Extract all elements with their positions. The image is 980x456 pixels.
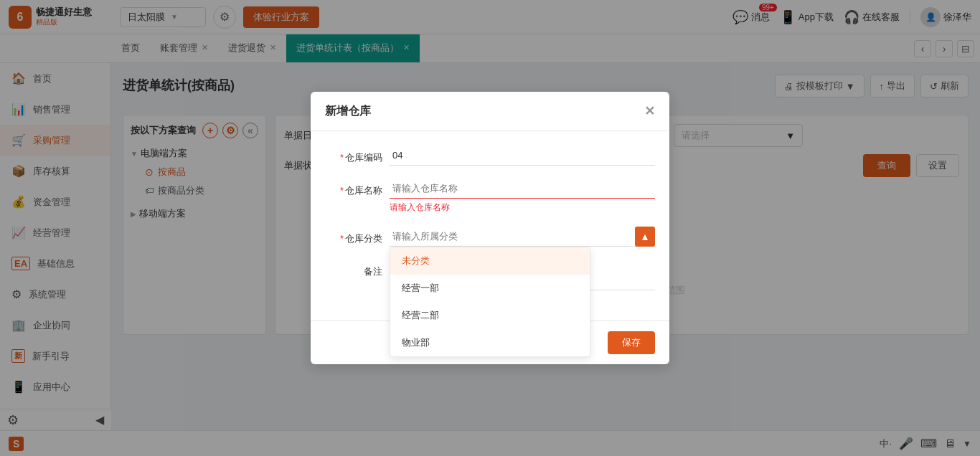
category-option-dept2[interactable]: 经营二部: [390, 302, 590, 329]
modal-close-button[interactable]: ✕: [644, 103, 655, 119]
modal-header: 新增仓库 ✕: [311, 92, 669, 131]
category-input[interactable]: [390, 227, 655, 247]
category-toggle-button[interactable]: ▲: [635, 227, 655, 247]
save-button[interactable]: 保存: [608, 331, 655, 354]
code-input-wrap: [390, 146, 655, 166]
name-input-wrap: 请输入仓库名称: [390, 179, 655, 214]
name-input[interactable]: [390, 179, 655, 199]
modal-body: 仓库编码 仓库名称 请输入仓库名称 仓库分类 ▲: [311, 131, 669, 320]
note-label: 备注: [325, 260, 390, 278]
name-error-msg: 请输入仓库名称: [390, 201, 655, 214]
new-warehouse-modal: 新增仓库 ✕ 仓库编码 仓库名称 请输入仓库名称 仓库分类: [311, 92, 669, 364]
modal-title: 新增仓库: [325, 104, 371, 119]
category-option-none[interactable]: 未分类: [390, 247, 590, 275]
category-input-wrap: ▲ 未分类 经营一部 经营二部 物业部: [390, 227, 655, 247]
form-row-category: 仓库分类 ▲ 未分类 经营一部 经营二部 物业部: [325, 227, 655, 247]
code-label: 仓库编码: [325, 146, 390, 164]
category-dropdown: 未分类 经营一部 经营二部 物业部: [390, 247, 590, 357]
code-input[interactable]: [390, 146, 655, 166]
category-label: 仓库分类: [325, 227, 390, 245]
category-option-property[interactable]: 物业部: [390, 329, 590, 356]
modal-overlay[interactable]: 新增仓库 ✕ 仓库编码 仓库名称 请输入仓库名称 仓库分类: [0, 0, 980, 456]
category-option-dept1[interactable]: 经营一部: [390, 275, 590, 302]
name-label: 仓库名称: [325, 179, 390, 197]
form-row-code: 仓库编码: [325, 146, 655, 166]
form-row-name: 仓库名称 请输入仓库名称: [325, 179, 655, 214]
